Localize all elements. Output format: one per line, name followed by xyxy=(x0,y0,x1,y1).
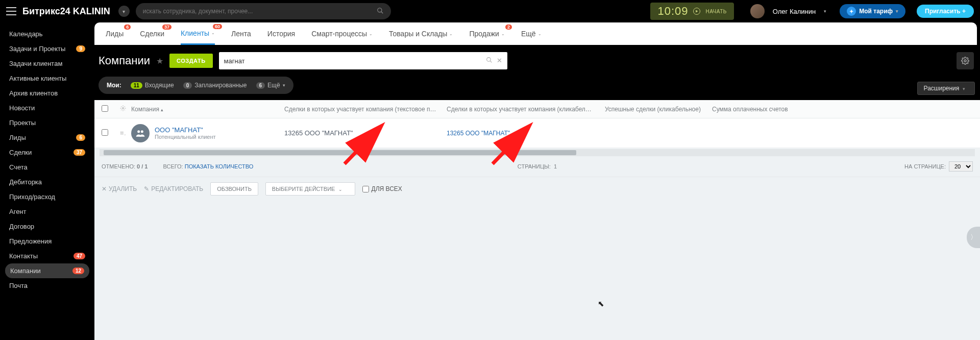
filter-search[interactable]: ✕ xyxy=(219,52,507,69)
sidebar-item-2[interactable]: Задачи клиентам xyxy=(0,56,94,71)
col-paid[interactable]: Сумма оплаченных счетов xyxy=(707,106,799,113)
tab-badge: 6 xyxy=(124,25,131,30)
delete-action: ✕ УДАЛИТЬ xyxy=(102,185,137,192)
sidebar-item-16[interactable]: Компании12 xyxy=(5,263,89,278)
portal-chevron-icon[interactable]: ▾ xyxy=(118,6,130,17)
plan-button[interactable]: ✦ Мой тариф ▾ xyxy=(840,4,905,18)
chevron-down-icon: ⌄ xyxy=(538,32,542,36)
horizontal-scrollbar[interactable] xyxy=(100,149,975,156)
menu-icon[interactable] xyxy=(6,7,16,15)
sidebar-badge: 12 xyxy=(72,268,84,274)
filter-input[interactable] xyxy=(224,57,486,65)
sidebar-item-label: Активные клиенты xyxy=(9,75,66,82)
sidebar-item-label: Приход/расход xyxy=(9,193,55,201)
svg-line-1 xyxy=(381,11,383,13)
select-all-checkbox[interactable] xyxy=(102,105,108,112)
table-row[interactable]: ≡ ООО "МАГНАТ" Потенциальный клиент 1326… xyxy=(94,118,980,148)
sidebar-item-13[interactable]: Договор xyxy=(0,219,94,234)
sidebar-item-9[interactable]: Счета xyxy=(0,160,94,175)
pill-planned[interactable]: 0 Запланированные xyxy=(183,82,247,89)
sidebar-badge: 6 xyxy=(76,134,85,141)
grid-footer: ОТМЕЧЕНО: 0 / 1 ВСЕГО: ПОКАЗАТЬ КОЛИЧЕСТ… xyxy=(94,156,980,177)
user-caret-icon[interactable]: ▾ xyxy=(824,9,826,14)
search-icon[interactable] xyxy=(377,7,384,16)
sidebar-item-label: Счета xyxy=(9,163,28,171)
tab-2[interactable]: Клиенты⌄60 xyxy=(181,23,215,45)
tab-5[interactable]: Смарт-процессы⌄ xyxy=(311,23,373,44)
company-avatar-icon xyxy=(131,124,150,142)
sidebar-item-7[interactable]: Лиды6 xyxy=(0,130,94,145)
settings-gear-icon[interactable] xyxy=(957,52,974,69)
row-menu-icon[interactable]: ≡ xyxy=(115,129,126,137)
col-company[interactable]: Компания ▴ xyxy=(126,106,279,113)
sidebar-item-14[interactable]: Предложения xyxy=(0,234,94,249)
perpage-select[interactable]: 20 xyxy=(949,161,973,172)
tab-badge: 60 xyxy=(213,24,222,29)
sidebar-item-12[interactable]: Агент xyxy=(0,204,94,219)
tab-1[interactable]: Сделки37 xyxy=(140,23,164,44)
cell-deal-text: 13265 ООО "МАГНАТ" xyxy=(279,129,442,137)
pill-incoming[interactable]: 11 Входящие xyxy=(131,82,174,89)
tab-8[interactable]: Ещё⌄ xyxy=(521,23,542,44)
tab-6[interactable]: Товары и Склады⌄ xyxy=(389,23,453,44)
sidebar-item-8[interactable]: Сделки37 xyxy=(0,145,94,160)
extensions-button[interactable]: Расширения ▾ xyxy=(917,82,975,95)
filter-clear-icon[interactable]: ✕ xyxy=(497,57,502,65)
avatar[interactable] xyxy=(750,4,765,18)
tab-0[interactable]: Лиды6 xyxy=(106,23,124,44)
sidebar-item-label: Архив клиентов xyxy=(9,89,58,97)
global-search[interactable] xyxy=(136,3,391,19)
cell-deal-link[interactable]: 13265 ООО "МАГНАТ" xyxy=(447,130,510,137)
sidebar-item-0[interactable]: Календарь xyxy=(0,27,94,41)
call-button[interactable]: ОБЗВОНИТЬ xyxy=(210,182,258,196)
tab-3[interactable]: Лента xyxy=(231,23,251,44)
for-all-checkbox[interactable]: ДЛЯ ВСЕХ xyxy=(362,185,402,192)
sidebar-item-6[interactable]: Проекты xyxy=(0,115,94,130)
play-icon xyxy=(693,8,700,15)
col-deals-link[interactable]: Сделки в которых участвует компания (кли… xyxy=(442,106,600,113)
pill-more[interactable]: 6 Ещё ▾ xyxy=(256,82,285,89)
logo[interactable]: Битрикс24 KALININ xyxy=(22,6,110,17)
sidebar: КалендарьЗадачи и Проекты9Задачи клиента… xyxy=(0,22,94,340)
sidebar-item-label: Дебиторка xyxy=(9,178,42,186)
side-floater-icon[interactable]: 〉 xyxy=(967,227,980,248)
sidebar-item-label: Агент xyxy=(9,208,27,215)
filter-pills: Мои: 11 Входящие 0 Запланированные 6 Ещё… xyxy=(99,77,293,94)
plan-caret-icon: ▾ xyxy=(896,9,898,14)
company-subtitle: Потенциальный клиент xyxy=(155,134,216,140)
row-checkbox[interactable] xyxy=(102,129,108,136)
tab-4[interactable]: История xyxy=(267,23,295,44)
sidebar-item-1[interactable]: Задачи и Проекты9 xyxy=(0,41,94,56)
col-success[interactable]: Успешные сделки (кликабельное) xyxy=(600,106,707,113)
action-bar: ✕ УДАЛИТЬ ✎ РЕДАКТИРОВАТЬ ОБЗВОНИТЬ ВЫБЕ… xyxy=(94,177,980,201)
sidebar-item-15[interactable]: Контакты47 xyxy=(0,249,94,263)
sidebar-item-11[interactable]: Приход/расход xyxy=(0,189,94,204)
sidebar-badge: 37 xyxy=(74,149,85,156)
username[interactable]: Олег Калинин xyxy=(773,8,816,15)
company-name-link[interactable]: ООО "МАГНАТ" xyxy=(155,126,216,134)
sidebar-item-5[interactable]: Новости xyxy=(0,101,94,115)
global-search-input[interactable] xyxy=(143,8,377,15)
chevron-down-icon: ▾ xyxy=(283,83,285,88)
invite-button[interactable]: Пригласить + xyxy=(917,5,974,18)
show-count-link[interactable]: ПОКАЗАТЬ КОЛИЧЕСТВО xyxy=(185,163,254,169)
sidebar-item-label: Новости xyxy=(9,104,35,112)
sidebar-item-label: Задачи и Проекты xyxy=(9,45,65,53)
chevron-down-icon: ⌄ xyxy=(369,32,373,36)
tab-7[interactable]: Продажи⌄2 xyxy=(469,23,504,44)
sidebar-item-17[interactable]: Почта xyxy=(0,278,94,293)
clock-widget[interactable]: 10:09 НАЧАТЬ xyxy=(650,3,733,20)
select-action-dropdown[interactable]: ВЫБЕРИТЕ ДЕЙСТВИЕ ⌄ xyxy=(265,182,355,196)
sidebar-item-4[interactable]: Архив клиентов xyxy=(0,86,94,101)
sidebar-item-label: Контакты xyxy=(9,252,38,260)
create-button[interactable]: СОЗДАТЬ xyxy=(169,54,212,68)
sidebar-item-3[interactable]: Активные клиенты xyxy=(0,71,94,86)
plan-label: Мой тариф xyxy=(859,8,893,15)
favorite-star-icon[interactable]: ★ xyxy=(156,56,163,66)
col-deals-text[interactable]: Сделки в которых участвует компания (тек… xyxy=(279,106,442,113)
svg-point-6 xyxy=(122,108,124,109)
grid-settings-icon[interactable] xyxy=(115,105,126,113)
filter-search-icon[interactable] xyxy=(486,57,493,65)
edit-action: ✎ РЕДАКТИРОВАТЬ xyxy=(144,185,203,192)
sidebar-item-10[interactable]: Дебиторка xyxy=(0,175,94,189)
